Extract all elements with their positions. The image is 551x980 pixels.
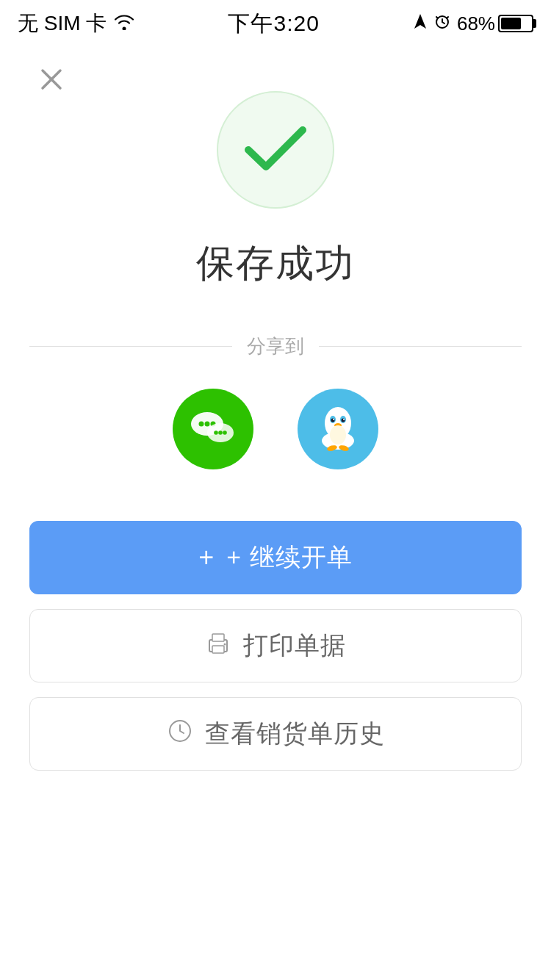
- location-icon: [413, 12, 428, 35]
- history-label: 查看销货单历史: [205, 717, 385, 751]
- svg-point-17: [333, 419, 334, 420]
- battery-indicator: 68%: [457, 12, 533, 35]
- svg-point-10: [223, 430, 227, 435]
- continue-icon: +: [198, 542, 215, 573]
- svg-point-26: [224, 644, 226, 646]
- divider-right: [319, 346, 522, 347]
- share-label: 分享到: [232, 334, 319, 359]
- svg-point-5: [205, 422, 210, 427]
- svg-point-4: [199, 422, 204, 427]
- qq-share-button[interactable]: [298, 389, 378, 469]
- wifi-icon: [114, 12, 134, 35]
- status-left: 无 SIM 卡: [18, 10, 134, 37]
- continue-order-button[interactable]: + + 继续开单: [29, 521, 522, 594]
- battery-icon: [498, 15, 533, 32]
- close-button[interactable]: [29, 57, 73, 101]
- wechat-share-button[interactable]: [173, 389, 253, 469]
- print-button[interactable]: 打印单据: [29, 609, 522, 682]
- svg-point-9: [218, 430, 223, 435]
- status-bar: 无 SIM 卡 下午3:20 68%: [0, 0, 551, 47]
- svg-rect-24: [212, 646, 224, 653]
- history-icon: [167, 718, 193, 750]
- print-label: 打印单据: [243, 629, 346, 663]
- status-time: 下午3:20: [228, 9, 319, 39]
- share-icons-row: [173, 389, 378, 469]
- battery-percent: 68%: [457, 12, 495, 35]
- svg-point-16: [342, 419, 345, 422]
- printer-icon: [205, 630, 231, 662]
- share-section: 分享到: [0, 334, 551, 469]
- svg-rect-25: [212, 634, 224, 641]
- svg-point-8: [214, 430, 218, 435]
- success-title: 保存成功: [196, 238, 355, 289]
- svg-point-20: [330, 425, 346, 444]
- buttons-section: + + 继续开单 打印单据 查看销货单历史: [0, 521, 551, 771]
- success-icon-circle: [217, 91, 334, 209]
- svg-point-15: [331, 419, 335, 422]
- svg-point-18: [343, 419, 345, 420]
- main-content: 保存成功 分享到: [0, 47, 551, 771]
- continue-label: + 继续开单: [226, 541, 352, 574]
- divider-left: [29, 346, 232, 347]
- view-history-button[interactable]: 查看销货单历史: [29, 697, 522, 771]
- alarm-icon: [433, 12, 451, 35]
- share-divider-row: 分享到: [0, 334, 551, 359]
- carrier-label: 无 SIM 卡: [18, 10, 107, 37]
- status-right: 68%: [413, 12, 533, 35]
